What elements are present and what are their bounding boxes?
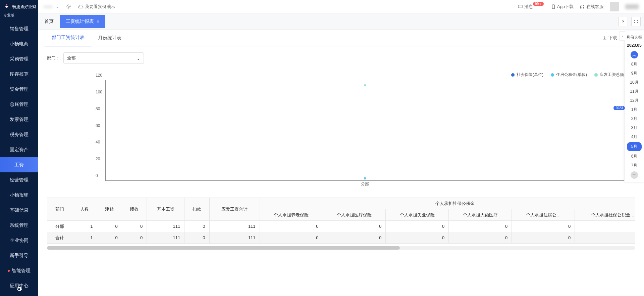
brand-name: 畅捷通好业财 [12, 4, 36, 9]
month-option[interactable]: 7月 [625, 161, 644, 170]
sidebar-item-3[interactable]: 库存核算 [0, 67, 38, 82]
svg-rect-2 [552, 5, 554, 9]
tab-salary-report[interactable]: 工资统计报表 × [60, 15, 105, 28]
month-panel-current: 2023.05 [625, 42, 644, 50]
dept-filter-label: 部门： [47, 55, 60, 61]
month-option[interactable]: 3月 [625, 123, 644, 132]
sidebar-item-14[interactable]: 企业协同 [0, 233, 38, 248]
cell-value: 0 [386, 232, 449, 244]
tab-month-stats[interactable]: 月份统计表 [91, 30, 128, 46]
svg-point-0 [68, 6, 69, 7]
y-tick: 0 [96, 173, 98, 178]
cell-value: 0 [323, 221, 386, 232]
download-icon [602, 36, 607, 40]
cell-dept: 合计 [47, 232, 72, 244]
y-tick: 60 [96, 123, 100, 128]
sidebar-item-6[interactable]: 发票管理 [0, 112, 38, 127]
month-scroll-up-button[interactable]: ︽ [631, 51, 638, 58]
settings-button[interactable] [0, 283, 38, 296]
sidebar-item-16[interactable]: 智能管理 [0, 263, 38, 278]
collapse-month-panel-button[interactable]: › [620, 31, 625, 41]
table-row: 分部1001110111000000 [47, 221, 636, 232]
page-tabs: 首页 工资统计报表 × × [38, 13, 644, 30]
y-tick: 40 [96, 140, 100, 144]
support-link[interactable]: 在线客服 [580, 4, 604, 10]
month-option[interactable]: 2月 [625, 114, 644, 123]
month-option[interactable]: 9月 [625, 69, 644, 78]
sidebar-item-4[interactable]: 资金管理 [0, 82, 38, 97]
col-header: 绩效 [122, 198, 147, 221]
messages-link[interactable]: 消息 99 + [518, 4, 545, 10]
month-option[interactable]: 12月 [625, 96, 644, 105]
message-icon [518, 4, 523, 9]
month-option[interactable]: 1月 [625, 105, 644, 114]
demo-link[interactable]: 我要看实例演示 [78, 4, 115, 10]
chart-x-label: 分部 [361, 181, 369, 187]
sidebar-item-13[interactable]: 系统管理 [0, 218, 38, 233]
legend-item-2[interactable]: 应发工资总额 [594, 72, 624, 78]
month-option[interactable]: 5月 [627, 142, 642, 151]
legend-label: 社会保险(单位) [517, 72, 543, 78]
sidebar-item-label: 库存核算 [10, 71, 29, 77]
gear-icon [16, 286, 22, 292]
cell-value: 0 [575, 221, 635, 232]
download-button[interactable]: 下载 [602, 35, 617, 41]
sidebar-item-label: 销售管理 [10, 26, 29, 32]
month-option[interactable]: 10月 [625, 78, 644, 87]
tab-home[interactable]: 首页 [38, 15, 60, 28]
sidebar-item-label: 资金管理 [10, 86, 29, 92]
cell-value: 0 [386, 221, 449, 232]
org-settings-icon[interactable] [66, 4, 71, 9]
tab-dept-stats[interactable]: 部门工资统计表 [45, 30, 91, 46]
y-tick: 20 [96, 157, 100, 161]
month-scroll-down-button[interactable]: ︾ [631, 171, 638, 179]
sidebar-item-11[interactable]: 小畅报销 [0, 187, 38, 203]
col-header: 津贴 [97, 198, 122, 221]
sidebar-item-7[interactable]: 税务管理 [0, 127, 38, 142]
avatar[interactable] [610, 2, 619, 11]
cell-value: 0 [97, 232, 122, 244]
close-all-tabs-button[interactable]: × [619, 17, 628, 26]
app-download-link[interactable]: App下载 [551, 4, 574, 10]
cell-value: 0 [184, 232, 209, 244]
scrollbar-thumb[interactable] [47, 246, 400, 250]
phone-icon [551, 4, 556, 9]
sidebar-item-10[interactable]: 经营管理 [0, 172, 38, 187]
month-option[interactable]: 4月 [625, 132, 644, 141]
col-group-header: 个人承担社保公积金 [260, 198, 635, 209]
cell-value: 111 [209, 221, 260, 232]
org-selector[interactable]: —— ⌄ [44, 4, 59, 9]
cell-dept: 分部 [47, 221, 72, 232]
cell-value: 1 [72, 232, 97, 244]
fullscreen-button[interactable] [631, 17, 641, 26]
col-header: 个人承担养老保险 [260, 209, 323, 221]
month-option[interactable]: 11月 [625, 87, 644, 96]
sidebar-item-5[interactable]: 总账管理 [0, 97, 38, 112]
dept-select[interactable]: 全部 ⌄ [63, 52, 144, 64]
sidebar-item-label: 企业协同 [10, 238, 29, 244]
month-option[interactable]: 6月 [625, 152, 644, 161]
y-tick: 120 [96, 73, 102, 78]
legend-label: 应发工资总额 [600, 72, 624, 78]
legend-item-0[interactable]: 社会保险(单位) [511, 72, 543, 78]
sidebar-item-label: 总账管理 [10, 101, 29, 108]
sidebar-item-15[interactable]: 新手引导 [0, 248, 38, 263]
sidebar-item-8[interactable]: 固定资产 [0, 142, 38, 157]
sidebar-item-label: 智能管理 [12, 268, 31, 274]
brand-logo: 畅捷通好业财 [0, 0, 38, 13]
col-header: 应发工资合计 [209, 198, 260, 221]
sidebar-item-2[interactable]: 采购管理 [0, 51, 38, 67]
sidebar-item-1[interactable]: 小畅电商 [0, 36, 38, 51]
sidebar-item-12[interactable]: 基础信息 [0, 203, 38, 218]
cell-value: 0 [122, 221, 147, 232]
sidebar-item-label: 小畅电商 [10, 41, 29, 47]
close-icon[interactable]: × [97, 19, 99, 24]
salary-table: 部门人数津贴绩效基本工资扣款应发工资合计个人承担社保公积金个人承担养老保险个人承… [47, 198, 635, 244]
sidebar-item-label: 税务管理 [10, 132, 29, 138]
sidebar-item-9[interactable]: 工资 [0, 157, 38, 172]
sidebar-item-0[interactable]: 销售管理 [0, 21, 38, 36]
table-horizontal-scrollbar[interactable] [47, 246, 635, 250]
col-header: 个人承担住房公… [512, 209, 575, 221]
month-option[interactable]: 8月 [625, 60, 644, 69]
legend-item-1[interactable]: 住房公积金(单位) [551, 72, 587, 78]
